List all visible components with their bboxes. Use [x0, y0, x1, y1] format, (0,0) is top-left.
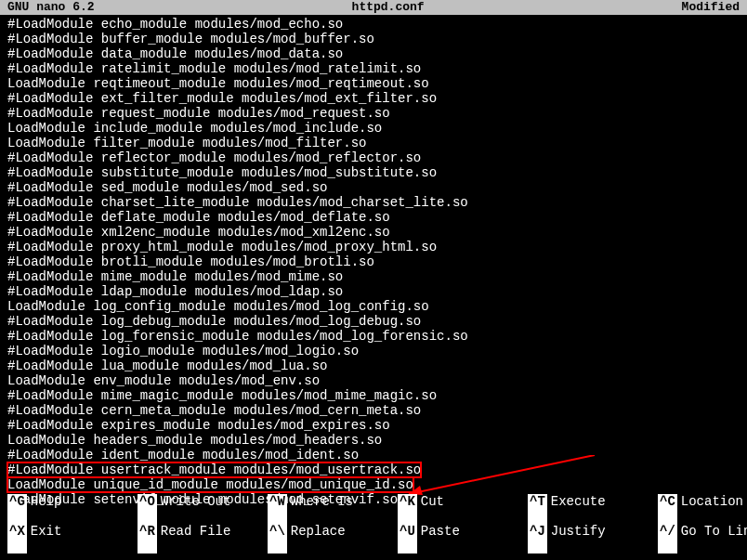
title-bar: GNU nano 6.2 httpd.conf Modified	[0, 0, 747, 15]
shortcut-item[interactable]: ^CLocation	[658, 494, 747, 524]
shortcut-item[interactable]: ^\Replace	[268, 524, 388, 553]
shortcut-label: Where Is	[291, 494, 356, 524]
shortcut-key: ^\	[268, 524, 287, 553]
editor-line[interactable]: #LoadModule mime_magic_module modules/mo…	[7, 388, 740, 403]
shortcut-key: ^R	[138, 524, 157, 553]
editor-line[interactable]: #LoadModule request_module modules/mod_r…	[7, 106, 740, 121]
shortcut-label: Justify	[551, 524, 616, 553]
shortcut-row-2: ^XExit^RRead File^\Replace^UPaste^JJusti…	[7, 524, 740, 553]
highlighted-line: #LoadModule usertrack_module modules/mod…	[7, 462, 421, 477]
shortcut-key: ^X	[7, 524, 27, 553]
editor-line[interactable]: #LoadModule expires_module modules/mod_e…	[7, 418, 740, 433]
shortcut-label: Cut	[421, 494, 486, 524]
editor-line[interactable]: LoadModule include_module modules/mod_in…	[7, 121, 740, 136]
editor-line[interactable]: #LoadModule reflector_module modules/mod…	[7, 150, 740, 165]
editor-line[interactable]: LoadModule env_module modules/mod_env.so	[7, 373, 740, 388]
shortcut-label: Location	[681, 494, 746, 524]
shortcut-item[interactable]: ^OWrite Out	[138, 494, 258, 524]
editor-line[interactable]: LoadModule unique_id_module modules/mod_…	[7, 477, 740, 492]
shortcut-key: ^T	[528, 494, 547, 524]
editor-line[interactable]: #LoadModule mime_module modules/mod_mime…	[7, 269, 740, 284]
shortcut-label: Execute	[551, 494, 616, 524]
filename: httpd.conf	[95, 0, 682, 15]
shortcut-key: ^K	[398, 494, 417, 524]
shortcut-label: Help	[31, 494, 96, 524]
shortcut-label: Go To Line	[681, 524, 747, 553]
shortcut-label: Replace	[291, 524, 356, 553]
editor-line[interactable]: LoadModule headers_module modules/mod_he…	[7, 433, 740, 448]
editor-line[interactable]: #LoadModule ldap_module modules/mod_ldap…	[7, 284, 740, 299]
shortcut-label: Paste	[421, 524, 486, 553]
shortcut-row-1: ^GHelp^OWrite Out^WWhere Is^KCut^TExecut…	[7, 494, 740, 524]
editor-line[interactable]: #LoadModule logio_module modules/mod_log…	[7, 344, 740, 358]
shortcut-label: Exit	[31, 524, 96, 553]
shortcut-item[interactable]: ^WWhere Is	[268, 494, 388, 524]
shortcut-label: Write Out	[161, 494, 231, 524]
editor-line[interactable]: #LoadModule charset_lite_module modules/…	[7, 195, 740, 210]
highlighted-line: LoadModule unique_id_module modules/mod_…	[7, 477, 413, 492]
shortcut-key: ^O	[138, 494, 157, 524]
editor-line[interactable]: #LoadModule brotli_module modules/mod_br…	[7, 254, 740, 269]
shortcut-key: ^G	[7, 494, 27, 524]
shortcut-label: Read File	[161, 524, 231, 553]
shortcut-key: ^U	[398, 524, 417, 553]
shortcut-item[interactable]: ^XExit	[7, 524, 128, 553]
shortcut-item[interactable]: ^JJustify	[528, 524, 649, 553]
shortcut-item[interactable]: ^TExecute	[528, 494, 649, 524]
editor-line[interactable]: #LoadModule ratelimit_module modules/mod…	[7, 61, 740, 76]
editor-content[interactable]: #LoadModule echo_module modules/mod_echo…	[0, 15, 747, 509]
editor-line[interactable]: #LoadModule substitute_module modules/mo…	[7, 165, 740, 180]
shortcut-item[interactable]: ^RRead File	[138, 524, 258, 553]
shortcut-key: ^J	[528, 524, 547, 553]
modified-status: Modified	[682, 0, 740, 15]
editor-line[interactable]: #LoadModule echo_module modules/mod_echo…	[7, 17, 740, 32]
shortcuts-bar: ^GHelp^OWrite Out^WWhere Is^KCut^TExecut…	[0, 494, 747, 553]
editor-line[interactable]: #LoadModule ident_module modules/mod_ide…	[7, 448, 740, 462]
shortcut-key: ^W	[268, 494, 287, 524]
editor-line[interactable]: LoadModule reqtimeout_module modules/mod…	[7, 76, 740, 91]
shortcut-item[interactable]: ^KCut	[398, 494, 518, 524]
editor-line[interactable]: LoadModule filter_module modules/mod_fil…	[7, 136, 740, 150]
editor-line[interactable]: #LoadModule data_module modules/mod_data…	[7, 46, 740, 61]
editor-line[interactable]: #LoadModule sed_module modules/mod_sed.s…	[7, 180, 740, 195]
shortcut-key: ^C	[658, 494, 677, 524]
shortcut-key: ^/	[658, 524, 677, 553]
shortcut-item[interactable]: ^/Go To Line	[658, 524, 747, 553]
shortcut-item[interactable]: ^UPaste	[398, 524, 518, 553]
editor-line[interactable]: #LoadModule deflate_module modules/mod_d…	[7, 210, 740, 225]
editor-line[interactable]: #LoadModule log_debug_module modules/mod…	[7, 314, 740, 329]
editor-line[interactable]: LoadModule log_config_module modules/mod…	[7, 299, 740, 314]
editor-line[interactable]: #LoadModule buffer_module modules/mod_bu…	[7, 32, 740, 46]
editor-line[interactable]: #LoadModule cern_meta_module modules/mod…	[7, 403, 740, 418]
editor-line[interactable]: #LoadModule usertrack_module modules/mod…	[7, 462, 740, 477]
editor-line[interactable]: #LoadModule xml2enc_module modules/mod_x…	[7, 225, 740, 240]
editor-line[interactable]: #LoadModule proxy_html_module modules/mo…	[7, 240, 740, 254]
editor-line[interactable]: #LoadModule ext_filter_module modules/mo…	[7, 91, 740, 106]
editor-line[interactable]: #LoadModule lua_module modules/mod_lua.s…	[7, 358, 740, 373]
editor-name: GNU nano 6.2	[7, 0, 95, 15]
shortcut-item[interactable]: ^GHelp	[7, 494, 128, 524]
editor-line[interactable]: #LoadModule log_forensic_module modules/…	[7, 329, 740, 344]
